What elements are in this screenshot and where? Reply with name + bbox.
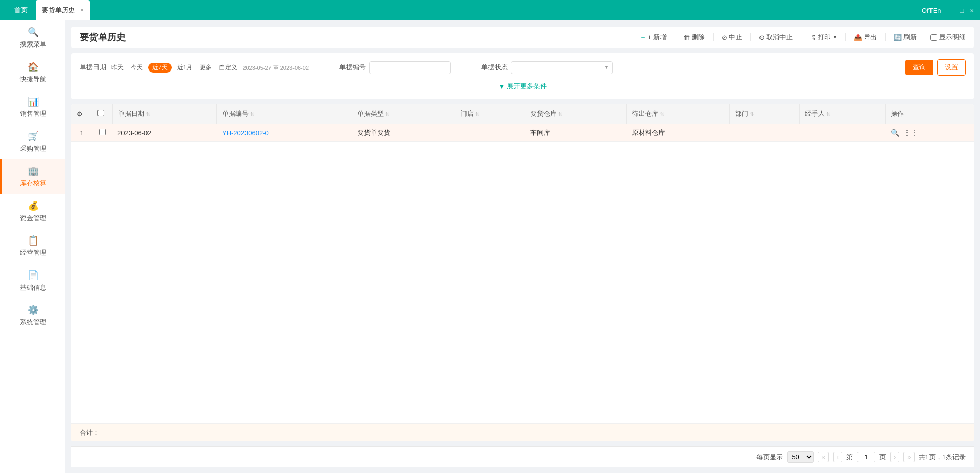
divider7 <box>925 33 925 41</box>
col-handler-sort[interactable]: 经手人 ⇅ <box>805 109 880 119</box>
col-dept-sort[interactable]: 部门 ⇅ <box>735 109 794 119</box>
col-bill-type: 单据类型 ⇅ <box>352 104 455 124</box>
bill-no-input[interactable] <box>369 61 451 74</box>
refresh-label: 刷新 <box>903 33 917 42</box>
col-req-warehouse: 要货仓库 ⇅ <box>525 104 627 124</box>
table-body: 1 2023-06-02 YH-20230602-0 要货单要货 车间库 原材料… <box>71 124 974 142</box>
sidebar-item-basicinfo[interactable]: 📄 基础信息 <box>0 264 65 298</box>
display-detail-checkbox[interactable]: 显示明细 <box>930 33 966 42</box>
sidebar-item-label: 系统管理 <box>20 318 46 327</box>
col-req-warehouse-sort[interactable]: 要货仓库 ⇅ <box>530 109 621 119</box>
filter-row-1: 单据日期 昨天 今天 近7天 近1月 更多 自定义 2023-05-27 至 2… <box>80 59 966 76</box>
table-footer: 合计： <box>71 423 974 441</box>
tab-active[interactable]: 要货单历史 × <box>36 0 90 20</box>
expand-label: 展开更多条件 <box>507 82 547 91</box>
sidebar-item-quicknav[interactable]: 🏠 快捷导航 <box>0 55 65 90</box>
col-bill-no-sort[interactable]: 单据编号 ⇅ <box>222 109 347 119</box>
delete-label: 删除 <box>692 33 705 42</box>
page-suffix: 页 <box>879 453 886 462</box>
new-button[interactable]: ＋ + 新增 <box>636 31 670 44</box>
window-close-btn[interactable]: × <box>970 7 974 14</box>
sidebar-item-search[interactable]: 🔍 搜索菜单 <box>0 20 65 55</box>
shortcut-today[interactable]: 今天 <box>129 63 145 73</box>
col-handler: 经手人 ⇅ <box>800 104 886 124</box>
col-date-sort[interactable]: 单据日期 ⇅ <box>118 109 212 119</box>
shortcut-more[interactable]: 更多 <box>198 63 214 73</box>
page-input[interactable] <box>857 452 875 462</box>
delete-button[interactable]: 🗑 删除 <box>680 31 708 44</box>
select-all-checkbox[interactable] <box>97 110 104 116</box>
sales-icon: 📊 <box>28 96 39 107</box>
data-table: ⚙ 单据日期 ⇅ 单据编号 ⇅ <box>71 104 974 142</box>
sidebar-item-label: 基础信息 <box>20 283 46 292</box>
stop-icon: ⊘ <box>722 34 727 41</box>
system-icon: ⚙️ <box>28 304 39 316</box>
table-header-row: ⚙ 单据日期 ⇅ 单据编号 ⇅ <box>71 104 974 124</box>
row-bill-type: 要货单要货 <box>352 124 455 142</box>
search-menu-icon: 🔍 <box>28 27 39 38</box>
col-settings[interactable]: ⚙ <box>71 104 92 124</box>
sidebar-item-sales[interactable]: 📊 销售管理 <box>0 90 65 125</box>
sidebar-item-inventory[interactable]: 🏢 库存核算 <box>0 159 65 194</box>
page-size-label: 每页显示 <box>756 453 783 462</box>
last-page-btn[interactable]: » <box>903 452 914 462</box>
sidebar-item-operations[interactable]: 📋 经营管理 <box>0 229 65 264</box>
minimize-btn[interactable]: — <box>947 7 954 14</box>
divider2 <box>713 33 714 41</box>
next-page-btn[interactable]: › <box>890 452 899 462</box>
col-store-sort[interactable]: 门店 ⇅ <box>460 109 520 119</box>
print-button[interactable]: 🖨 打印 ▼ <box>806 31 840 44</box>
shortcut-yesterday[interactable]: 昨天 <box>109 63 126 73</box>
row-bill-no-link[interactable]: YH-20230602-0 <box>222 129 269 137</box>
cancel-stop-label: 取消中止 <box>766 33 793 42</box>
export-button[interactable]: 📤 导出 <box>851 31 880 44</box>
shortcut-7days[interactable]: 近7天 <box>148 63 172 73</box>
status-select[interactable]: 待审核 已审核 已中止 <box>511 61 613 74</box>
col-bill-type-label: 单据类型 <box>357 109 384 119</box>
export-icon: 📤 <box>854 34 862 41</box>
refresh-button[interactable]: 🔄 刷新 <box>891 31 920 44</box>
tab-home[interactable]: 首页 <box>6 0 36 20</box>
view-action-icon[interactable]: 🔍 <box>891 129 899 137</box>
shortcut-1month[interactable]: 近1月 <box>175 63 195 73</box>
cancel-stop-button[interactable]: ⊙ 取消中止 <box>756 31 796 44</box>
col-bill-type-sort[interactable]: 单据类型 ⇅ <box>357 109 449 119</box>
sidebar-item-label: 采购管理 <box>20 144 46 153</box>
shortcut-custom[interactable]: 自定义 <box>217 63 239 73</box>
maximize-btn[interactable]: □ <box>960 7 964 14</box>
sidebar-item-purchase[interactable]: 🛒 采购管理 <box>0 125 65 159</box>
stop-button[interactable]: ⊘ 中止 <box>719 31 745 44</box>
tab-close-btn[interactable]: × <box>80 0 84 20</box>
page-label: 第 <box>846 453 853 462</box>
date-range-text: 2023-05-27 至 2023-06-02 <box>242 64 309 72</box>
bill-no-label: 单据编号 <box>339 63 366 72</box>
query-button[interactable]: 查询 <box>905 60 933 75</box>
row-checkbox[interactable] <box>99 129 106 135</box>
pagination-bar: 每页显示 50 10 20 100 « ‹ 第 页 › » 共1页，1条记录 <box>71 446 974 467</box>
basicinfo-icon: 📄 <box>28 270 39 281</box>
status-label: 单据状态 <box>481 63 508 72</box>
delete-icon: 🗑 <box>683 34 690 41</box>
table-row: 1 2023-06-02 YH-20230602-0 要货单要货 车间库 原材料… <box>71 124 974 142</box>
total-info: 共1页，1条记录 <box>919 453 966 462</box>
table-area: ⚙ 单据日期 ⇅ 单据编号 ⇅ <box>71 104 974 441</box>
expand-more-btn[interactable]: ▼ 展开更多条件 <box>80 80 966 93</box>
first-page-btn[interactable]: « <box>818 452 828 462</box>
more-action-icon[interactable]: ⋮⋮ <box>903 129 918 137</box>
prev-page-btn[interactable]: ‹ <box>833 452 842 462</box>
often-label[interactable]: OfTEn <box>922 7 941 14</box>
sidebar-item-system[interactable]: ⚙️ 系统管理 <box>0 298 65 333</box>
col-pending-warehouse-sort[interactable]: 待出仓库 ⇅ <box>632 109 724 119</box>
expand-icon: ▼ <box>499 83 505 90</box>
sidebar-item-label: 搜索菜单 <box>20 40 46 49</box>
row-num: 1 <box>71 124 92 142</box>
bill-no-filter: 单据编号 <box>339 61 451 74</box>
divider4 <box>801 33 801 41</box>
col-date-label: 单据日期 <box>118 109 144 119</box>
page-size-select[interactable]: 50 10 20 100 <box>787 451 814 463</box>
print-icon: 🖨 <box>810 34 816 41</box>
bill-type-sort-icon: ⇅ <box>385 111 389 117</box>
setting-button[interactable]: 设置 <box>937 59 966 76</box>
display-detail-check[interactable] <box>930 34 937 41</box>
sidebar-item-finance[interactable]: 💰 资金管理 <box>0 194 65 229</box>
